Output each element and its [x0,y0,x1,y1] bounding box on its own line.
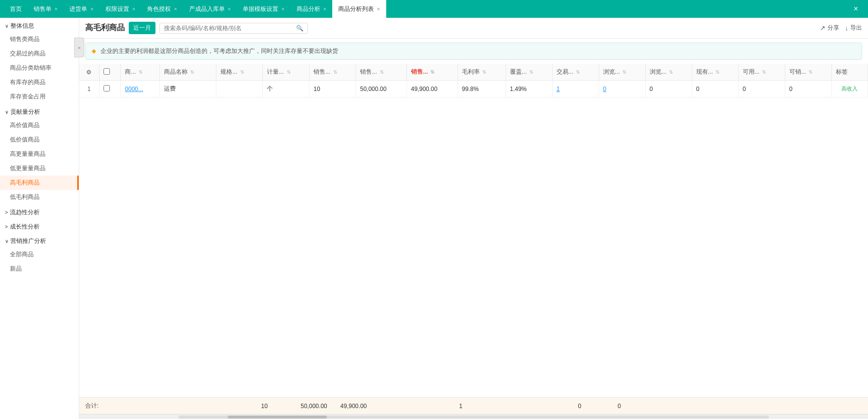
table-header-row: ⚙ 商... ⇅ 商品名称 ⇅ [79,64,868,81]
cell-stock1: 0 [692,81,738,97]
sort-icon-sales1: ⇅ [333,69,337,75]
close-tab-role[interactable]: × [174,6,177,12]
sort-icon-browse2: ⇅ [669,69,673,75]
col-browse1[interactable]: 浏览... ⇅ [599,64,645,81]
top-navigation: 首页 销售单 × 进货单 × 权限设置 × 角色授权 × 产成品入库单 × 单据… [0,0,868,18]
sort-icon-spec: ⇅ [240,69,244,75]
col-stock2[interactable]: 可用... ⇅ [738,64,785,81]
tab-template-settings[interactable]: 单据模板设置 × [237,0,290,18]
search-input[interactable] [164,25,296,32]
sort-icon-name: ⇅ [190,69,194,75]
tab-product-analysis-list[interactable]: 商品分析列表 × [332,0,386,18]
sidebar-item-low-margin[interactable]: 低毛利商品 [0,190,79,204]
sidebar-item-low-value[interactable]: 低价值商品 [0,133,79,147]
sidebar-group-growth[interactable]: > 成长性分析 [0,219,79,233]
cell-spec [216,81,263,97]
sidebar-group-trend[interactable]: > 流趋性分析 [0,204,79,219]
sidebar-item-in-stock[interactable]: 有库存的商品 [0,75,79,90]
sort-icon-stock3: ⇅ [809,69,813,75]
tab-home[interactable]: 首页 [4,0,28,18]
toggle-sidebar-button[interactable]: « [74,38,84,57]
sidebar-item-all-goods[interactable]: 全部商品 [0,247,79,262]
search-icon[interactable]: 🔍 [296,25,304,32]
sort-icon-sales2: ⇅ [380,69,384,75]
col-sales3[interactable]: 销售... ⇅ [407,64,458,81]
tab-permission-settings[interactable]: 权限设置 × [100,0,141,18]
content-area: 高毛利商品 近一月 🔍 ↗ 分享 ↓ 导出 ◆ 企业的主要的利润都是这部分商品创… [79,18,868,419]
header-actions: ↗ 分享 ↓ 导出 [820,24,863,32]
footer-summary: 合计: 10 50,000.00 49,900.00 1 0 0 [79,397,868,414]
filter-recent-month-button[interactable]: 近一月 [129,22,155,34]
close-window-button[interactable]: × [848,4,864,13]
col-stock1[interactable]: 现有... ⇅ [692,64,738,81]
close-tab-finished[interactable]: × [228,6,231,12]
arrow-trend: > [5,210,8,215]
col-gross-rate[interactable]: 毛利率 ⇅ [458,64,506,81]
col-tag[interactable]: 标签 [831,64,868,81]
col-sales1[interactable]: 销售... ⇅ [309,64,356,81]
sidebar-item-category-rate[interactable]: 商品分类助销率 [0,61,79,75]
arrow-growth: > [5,224,8,230]
search-box: 🔍 [159,23,308,34]
scrollbar-track[interactable] [178,416,769,419]
col-spec[interactable]: 规格... ⇅ [216,64,263,81]
cell-transactions[interactable]: 1 [552,81,599,97]
sidebar-item-low-freq[interactable]: 低更量量商品 [0,161,79,176]
cell-code[interactable]: 0000... [121,81,159,97]
tab-finished-goods[interactable]: 产成品入库单 × [183,0,237,18]
tab-role-auth[interactable]: 角色授权 × [141,0,183,18]
sidebar-item-sales-goods[interactable]: 销售类商品 [0,32,79,47]
col-code[interactable]: 商... ⇅ [121,64,159,81]
close-tab-permission[interactable]: × [132,6,135,12]
page-title: 高毛利商品 [85,23,125,33]
sort-icon-gross: ⇅ [482,69,486,75]
sort-icon-stock1: ⇅ [715,69,719,75]
horizontal-scrollbar[interactable] [79,414,868,419]
sidebar-item-stock-capital[interactable]: 库存资金占用 [0,90,79,104]
footer-transactions: 1 [455,403,495,410]
sidebar-item-high-margin[interactable]: 高毛利商品 [0,176,79,190]
footer-empty4 [534,403,574,410]
col-coverage[interactable]: 覆盖... ⇅ [506,64,552,81]
row-checkbox[interactable] [103,85,110,92]
settings-icon[interactable]: ⚙ [86,69,92,76]
tab-purchase-order[interactable]: 进货单 × [63,0,99,18]
col-checkbox[interactable] [99,64,121,81]
tab-sales-order[interactable]: 销售单 × [28,0,63,18]
cell-gross-rate: 99.8% [458,81,506,97]
cell-checkbox[interactable] [99,81,121,97]
share-button[interactable]: ↗ 分享 [820,24,839,32]
close-tab-sales-order[interactable]: × [54,6,57,12]
col-sales2[interactable]: 销售... ⇅ [356,64,407,81]
cell-sales3: 49,900.00 [407,81,458,97]
close-tab-template[interactable]: × [281,6,284,12]
info-icon: ◆ [92,47,96,54]
sort-icon-unit: ⇅ [287,69,291,75]
col-transactions[interactable]: 交易... ⇅ [552,64,599,81]
sidebar-item-traded-goods[interactable]: 交易过的商品 [0,47,79,61]
col-unit[interactable]: 计量... ⇅ [263,64,309,81]
col-stock3[interactable]: 可销... ⇅ [785,64,831,81]
sidebar-item-high-freq[interactable]: 高更量量商品 [0,147,79,161]
sidebar-item-high-value[interactable]: 高价值商品 [0,118,79,133]
export-button[interactable]: ↓ 导出 [845,24,863,32]
export-icon: ↓ [845,24,849,32]
sidebar-group-marketing[interactable]: ∨ 营销推广分析 [0,233,79,247]
col-browse2[interactable]: 浏览... ⇅ [645,64,692,81]
arrow-overall: ∨ [5,23,8,29]
scrollbar-thumb[interactable] [228,416,327,419]
sidebar-group-overall[interactable]: ∨ 整体信息 [0,18,79,32]
close-tab-analysis[interactable]: × [323,6,326,12]
close-tab-purchase[interactable]: × [90,6,93,12]
table-row: 1 0000... 运费 个 10 50,000.00 49,900.00 99… [79,81,868,97]
sort-icon-stock2: ⇅ [762,69,766,75]
sort-icon-trans: ⇅ [576,69,580,75]
tab-product-analysis[interactable]: 商品分析 × [291,0,332,18]
col-index: ⚙ [79,64,99,81]
cell-browse1[interactable]: 0 [599,81,645,97]
col-name[interactable]: 商品名称 ⇅ [159,64,216,81]
sidebar-group-contribution[interactable]: ∨ 贡献量分析 [0,104,79,118]
sidebar-item-new-goods[interactable]: 新品 [0,262,79,276]
select-all-checkbox[interactable] [103,68,110,75]
close-tab-analysis-list[interactable]: × [377,6,380,12]
